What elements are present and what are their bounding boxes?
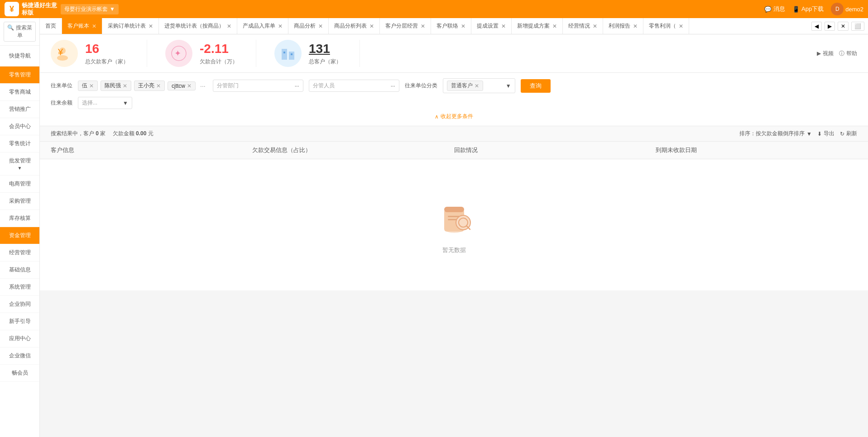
sidebar-item-member-center[interactable]: 会员中心	[0, 118, 39, 135]
chevron-down-icon: ▼	[123, 100, 128, 106]
tab-close-icon[interactable]: ✕	[227, 23, 231, 29]
tab-close-icon[interactable]: ✕	[593, 23, 597, 29]
sidebar-item-app-center[interactable]: 应用中心	[0, 330, 39, 347]
tab-prev-button[interactable]: ◀	[811, 22, 822, 31]
tag-wang-close[interactable]: ✕	[156, 83, 161, 89]
search-button[interactable]: 查询	[521, 79, 551, 93]
total-customers-label: 总欠款客户（家）	[85, 58, 129, 66]
empty-icon	[432, 195, 477, 241]
total-all-value: 131	[309, 42, 341, 56]
tab-home[interactable]: 首页	[40, 18, 62, 34]
sidebar-item-ecommerce[interactable]: 电商管理	[0, 176, 39, 193]
svg-rect-8	[291, 53, 293, 55]
tab-stock-stats[interactable]: 进货单统计表（按商品） ✕	[159, 18, 237, 34]
total-all-label: 总客户（家）	[309, 58, 341, 66]
tab-next-button[interactable]: ▶	[825, 22, 835, 31]
chevron-up-icon: ∧	[435, 114, 439, 120]
balance-select[interactable]: 选择... ▼	[78, 97, 132, 109]
stat-debt-values: -2.11 欠款合计（万）	[200, 42, 238, 66]
tab-operation-status[interactable]: 经营情况 ✕	[563, 18, 603, 34]
sidebar-item-new-guide[interactable]: 新手引导	[0, 313, 39, 330]
tab-close-icon[interactable]: ✕	[501, 23, 506, 29]
refresh-button[interactable]: ↻ 刷新	[840, 130, 857, 138]
tab-retail-profit[interactable]: 零售利润（ ✕	[643, 18, 689, 34]
sidebar-item-retail-mall[interactable]: 零售商城	[0, 84, 39, 101]
tab-product-storage[interactable]: 产成品入库单 ✕	[237, 18, 288, 34]
tag-cjttcw-close[interactable]: ✕	[187, 83, 192, 89]
sidebar-item-business[interactable]: 经营管理	[0, 244, 39, 261]
sidebar-item-retail-stats[interactable]: 零售统计	[0, 135, 39, 152]
tab-customer-contact[interactable]: 客户联络 ✕	[431, 18, 471, 34]
account-selector[interactable]: 母婴行业演示帐套 ▼	[61, 4, 119, 14]
quick-nav-button[interactable]: 快捷导航	[4, 49, 36, 62]
tab-close-all-button[interactable]: ✕	[838, 22, 849, 31]
more-tags-button[interactable]: ···	[198, 81, 207, 90]
tab-customer-segment[interactable]: 客户分层经营 ✕	[380, 18, 431, 34]
sort-selector[interactable]: 排序：按欠款金额倒序排序 ▼	[739, 130, 812, 138]
tab-close-icon[interactable]: ✕	[679, 23, 683, 29]
debt-total-label: 欠款合计（万）	[200, 58, 238, 66]
filter-tag-cjttcw: cjttcw ✕	[168, 81, 196, 90]
sidebar-item-finance[interactable]: 资金管理	[0, 227, 39, 244]
dept-filter-select[interactable]: 分管部门 ···	[213, 80, 303, 92]
sidebar-item-wholesale[interactable]: 批发管理 ▼	[0, 152, 39, 176]
svg-rect-6	[289, 52, 294, 60]
svg-text:¥: ¥	[58, 47, 63, 57]
table-header: 客户信息 欠款交易信息（占比） 回款情况 到期未收款日期	[40, 142, 868, 159]
tab-close-icon[interactable]: ✕	[369, 23, 374, 29]
filter-row-2: 往来余额 选择... ▼	[51, 97, 857, 109]
sidebar-item-inventory[interactable]: 库存核算	[0, 210, 39, 227]
tab-close-icon[interactable]: ✕	[92, 23, 96, 29]
results-info: 搜索结果中，客户 0 家 欠款金额 0.00 元	[51, 130, 153, 138]
collapse-button[interactable]: ∧ 收起更多条件	[51, 113, 857, 120]
chevron-down-icon: ▼	[110, 6, 115, 12]
tab-profit-report[interactable]: 利润报告 ✕	[603, 18, 643, 34]
filter-tag-wu: 伍 ✕	[78, 81, 98, 91]
sidebar-item-system[interactable]: 系统管理	[0, 279, 39, 296]
stat-page-actions: ▶ 视频 ⓘ 帮助	[817, 50, 857, 57]
tab-bar-actions: ◀ ▶ ✕ ⬜	[808, 22, 868, 31]
sidebar-item-member[interactable]: 畅会员	[0, 365, 39, 382]
app-download-button[interactable]: 📱 App下载	[792, 5, 824, 13]
category-tag-close[interactable]: ✕	[475, 83, 479, 89]
user-menu[interactable]: D demo2	[831, 3, 863, 15]
tab-close-icon[interactable]: ✕	[552, 23, 557, 29]
tab-product-analysis[interactable]: 商品分析 ✕	[288, 18, 329, 34]
sidebar-item-retail-management[interactable]: 零售管理	[0, 66, 39, 84]
tab-promotion-settings[interactable]: 提成设置 ✕	[471, 18, 512, 34]
svg-rect-11	[444, 207, 464, 212]
sidebar-item-purchase[interactable]: 采购管理	[0, 193, 39, 210]
tag-wu-close[interactable]: ✕	[89, 83, 94, 89]
sidebar-item-basic-info[interactable]: 基础信息	[0, 261, 39, 279]
filter-tag-wang: 王小亮 ✕	[134, 81, 165, 91]
tab-close-icon[interactable]: ✕	[318, 23, 323, 29]
tab-close-icon[interactable]: ✕	[461, 23, 465, 29]
tab-close-icon[interactable]: ✕	[278, 23, 283, 29]
person-filter-select[interactable]: 分管人员 ···	[309, 80, 399, 92]
tab-product-analysis-list[interactable]: 商品分析列表 ✕	[329, 18, 380, 34]
sort-label: 排序：按欠款金额倒序排序	[739, 130, 805, 138]
tab-customer-accounts[interactable]: 客户账本 ✕	[62, 18, 102, 34]
unit-category-select[interactable]: 普通客户 ✕ ▼	[443, 78, 515, 93]
tab-new-promotion[interactable]: 新增提成方案 ✕	[512, 18, 563, 34]
tab-purchase-order-stats[interactable]: 采购订单统计表 ✕	[102, 18, 159, 34]
help-icon: ⓘ	[839, 50, 844, 57]
tab-close-icon[interactable]: ✕	[633, 23, 638, 29]
col-header-repay: 回款情况	[454, 146, 656, 154]
message-button[interactable]: 💬 消息	[764, 5, 785, 13]
chevron-down-icon: ▼	[18, 166, 22, 171]
svg-rect-13	[448, 219, 457, 220]
tab-close-icon[interactable]: ✕	[421, 23, 425, 29]
sidebar-item-enterprise-wechat[interactable]: 企业微信	[0, 347, 39, 365]
filter-area: 往来单位 伍 ✕ 陈民强 ✕ 王小亮	[40, 73, 868, 126]
results-bar: 搜索结果中，客户 0 家 欠款金额 0.00 元 排序：按欠款金额倒序排序 ▼	[40, 126, 868, 142]
tab-close-icon[interactable]: ✕	[149, 23, 153, 29]
sidebar-item-enterprise[interactable]: 企业协同	[0, 296, 39, 313]
tag-chen-close[interactable]: ✕	[123, 83, 127, 89]
help-link[interactable]: ⓘ 帮助	[839, 50, 857, 57]
search-menu-button[interactable]: 🔍 搜索菜单	[4, 22, 36, 42]
export-button[interactable]: ⬇ 导出	[817, 130, 834, 138]
video-help-link[interactable]: ▶ 视频	[817, 50, 834, 57]
sidebar-item-marketing[interactable]: 营销推广	[0, 101, 39, 118]
tab-maximize-button[interactable]: ⬜	[851, 22, 864, 31]
